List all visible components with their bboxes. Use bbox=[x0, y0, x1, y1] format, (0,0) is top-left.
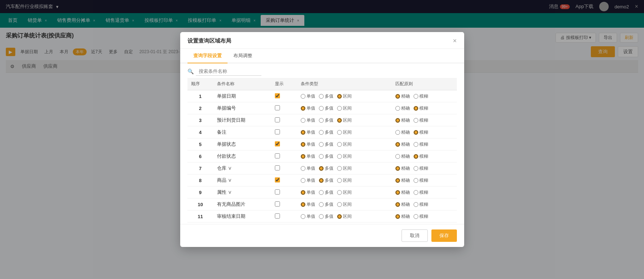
cell-type: 单值多值区间 bbox=[297, 174, 392, 186]
cell-type: 单值多值区间 bbox=[297, 162, 392, 174]
type-radio-区间[interactable]: 区间 bbox=[337, 177, 352, 184]
type-radio-单值[interactable]: 单值 bbox=[301, 201, 315, 208]
type-radio-区间[interactable]: 区间 bbox=[337, 129, 352, 135]
type-radio-多值[interactable]: 多值 bbox=[319, 93, 333, 99]
match-radio-精确[interactable]: 精确 bbox=[395, 105, 410, 111]
match-radio-精确[interactable]: 精确 bbox=[395, 141, 410, 148]
match-radio-模糊[interactable]: 模糊 bbox=[414, 93, 428, 99]
display-checkbox[interactable] bbox=[275, 141, 280, 146]
match-radio-模糊[interactable]: 模糊 bbox=[414, 213, 428, 220]
match-radio-模糊[interactable]: 模糊 bbox=[414, 165, 428, 172]
cell-display bbox=[271, 199, 297, 211]
dialog-footer: 取消 保存 bbox=[180, 224, 464, 247]
type-radio-区间[interactable]: 区间 bbox=[337, 153, 352, 160]
save-btn[interactable]: 保存 bbox=[431, 229, 457, 242]
match-radio-精确[interactable]: 精确 bbox=[395, 93, 410, 99]
search-input[interactable] bbox=[196, 67, 261, 76]
table-row: 2单据编号单值多值区间精确模糊 bbox=[187, 102, 457, 114]
type-radio-单值[interactable]: 单值 bbox=[301, 105, 315, 111]
th-display: 显示 bbox=[271, 78, 297, 90]
match-radio-精确[interactable]: 精确 bbox=[395, 177, 410, 184]
type-radio-单值[interactable]: 单值 bbox=[301, 165, 315, 172]
cell-match: 精确模糊 bbox=[392, 174, 457, 186]
type-radio-单值[interactable]: 单值 bbox=[301, 213, 315, 220]
type-radio-多值[interactable]: 多值 bbox=[319, 165, 333, 172]
type-radio-多值[interactable]: 多值 bbox=[319, 117, 333, 123]
match-radio-精确[interactable]: 精确 bbox=[395, 201, 410, 208]
cell-type: 单值多值区间 bbox=[297, 211, 392, 223]
display-checkbox[interactable] bbox=[275, 177, 280, 182]
cell-name: 单据状态 bbox=[213, 138, 271, 150]
type-radio-区间[interactable]: 区间 bbox=[337, 165, 352, 172]
cell-order: 8 bbox=[187, 174, 213, 186]
type-radio-多值[interactable]: 多值 bbox=[319, 105, 333, 111]
cell-order: 5 bbox=[187, 138, 213, 150]
tab-layout[interactable]: 布局调整 bbox=[228, 49, 258, 63]
cancel-btn[interactable]: 取消 bbox=[402, 229, 428, 242]
type-radio-多值[interactable]: 多值 bbox=[319, 153, 333, 160]
type-radio-区间[interactable]: 区间 bbox=[337, 189, 352, 196]
display-checkbox[interactable] bbox=[275, 93, 280, 98]
match-radio-精确[interactable]: 精确 bbox=[395, 129, 410, 135]
match-radio-精确[interactable]: 精确 bbox=[395, 165, 410, 172]
type-radio-单值[interactable]: 单值 bbox=[301, 177, 315, 184]
match-radio-精确[interactable]: 精确 bbox=[395, 153, 410, 160]
type-radio-区间[interactable]: 区间 bbox=[337, 105, 352, 111]
display-checkbox[interactable] bbox=[275, 129, 280, 134]
type-radio-多值[interactable]: 多值 bbox=[319, 213, 333, 220]
display-checkbox[interactable] bbox=[275, 189, 280, 194]
display-checkbox[interactable] bbox=[275, 213, 280, 219]
display-checkbox[interactable] bbox=[275, 201, 280, 207]
table-row: 3预计到货日期单值多值区间精确模糊 bbox=[187, 114, 457, 126]
th-order: 顺序 bbox=[187, 78, 213, 90]
cell-type: 单值多值区间 bbox=[297, 114, 392, 126]
type-radio-单值[interactable]: 单值 bbox=[301, 153, 315, 160]
display-checkbox[interactable] bbox=[275, 153, 280, 158]
table-row: 8商品 ∨单值多值区间精确模糊 bbox=[187, 174, 457, 186]
cell-type: 单值多值区间 bbox=[297, 138, 392, 150]
tab-fields[interactable]: 查询字段设置 bbox=[187, 49, 228, 63]
type-radio-单值[interactable]: 单值 bbox=[301, 117, 315, 123]
table-row: 9属性 ∨单值多值区间精确模糊 bbox=[187, 186, 457, 199]
dialog-close-btn[interactable]: × bbox=[453, 37, 457, 45]
type-radio-区间[interactable]: 区间 bbox=[337, 201, 352, 208]
match-radio-精确[interactable]: 精确 bbox=[395, 213, 410, 220]
type-radio-多值[interactable]: 多值 bbox=[319, 201, 333, 208]
cell-type: 单值多值区间 bbox=[297, 126, 392, 138]
type-radio-单值[interactable]: 单值 bbox=[301, 189, 315, 196]
cell-display bbox=[271, 90, 297, 102]
th-type: 条件类型 bbox=[297, 78, 392, 90]
display-checkbox[interactable] bbox=[275, 105, 280, 110]
cell-order: 7 bbox=[187, 162, 213, 174]
type-radio-多值[interactable]: 多值 bbox=[319, 177, 333, 184]
search-icon: 🔍 bbox=[187, 68, 194, 74]
match-radio-模糊[interactable]: 模糊 bbox=[414, 129, 428, 135]
match-radio-模糊[interactable]: 模糊 bbox=[414, 153, 428, 160]
conditions-table: 顺序 条件名称 显示 条件类型 匹配原则 1单据日期单值多值区间精确模糊2单据编… bbox=[187, 78, 457, 223]
match-radio-模糊[interactable]: 模糊 bbox=[414, 201, 428, 208]
display-checkbox[interactable] bbox=[275, 165, 280, 170]
match-radio-精确[interactable]: 精确 bbox=[395, 189, 410, 196]
cell-order: 4 bbox=[187, 126, 213, 138]
display-checkbox[interactable] bbox=[275, 117, 280, 122]
type-radio-多值[interactable]: 多值 bbox=[319, 129, 333, 135]
cell-name: 审核结束日期 bbox=[213, 211, 271, 223]
type-radio-多值[interactable]: 多值 bbox=[319, 189, 333, 196]
th-match: 匹配原则 bbox=[392, 78, 457, 90]
match-radio-模糊[interactable]: 模糊 bbox=[414, 189, 428, 196]
type-radio-区间[interactable]: 区间 bbox=[337, 213, 352, 220]
type-radio-多值[interactable]: 多值 bbox=[319, 141, 333, 148]
type-radio-单值[interactable]: 单值 bbox=[301, 129, 315, 135]
cell-order: 11 bbox=[187, 211, 213, 223]
match-radio-模糊[interactable]: 模糊 bbox=[414, 177, 428, 184]
match-radio-精确[interactable]: 精确 bbox=[395, 117, 410, 123]
match-radio-模糊[interactable]: 模糊 bbox=[414, 105, 428, 111]
type-radio-单值[interactable]: 单值 bbox=[301, 93, 315, 99]
type-radio-区间[interactable]: 区间 bbox=[337, 141, 352, 148]
type-radio-单值[interactable]: 单值 bbox=[301, 141, 315, 148]
match-radio-模糊[interactable]: 模糊 bbox=[414, 117, 428, 123]
type-radio-区间[interactable]: 区间 bbox=[337, 93, 352, 99]
match-radio-模糊[interactable]: 模糊 bbox=[414, 141, 428, 148]
type-radio-区间[interactable]: 区间 bbox=[337, 117, 352, 123]
table-row: 7仓库 ∨单值多值区间精确模糊 bbox=[187, 162, 457, 174]
